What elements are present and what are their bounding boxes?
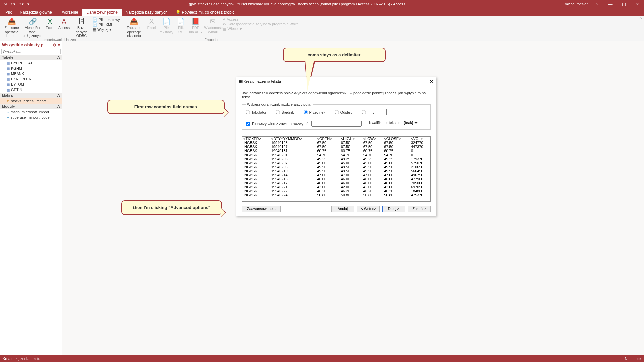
ribbon-tabs: Plik Narzędzia główne Tworzenie Dane zew… (0, 8, 644, 16)
saved-exports-icon: 📤 (124, 17, 144, 26)
other-delimiter-input[interactable] (378, 109, 387, 115)
import-access-button[interactable]: AAccess (58, 17, 70, 30)
collapse-ribbon-icon[interactable]: ᐱ (637, 16, 644, 20)
access-icon: A (223, 17, 225, 21)
preview-header-cell: <CLOSE> (383, 137, 410, 141)
tab-home[interactable]: Narzędzia główne (16, 9, 56, 16)
saved-exports-button[interactable]: 📤Zapisane operacje eksportu (124, 17, 144, 38)
undo-icon[interactable]: ↶▾ (10, 2, 15, 6)
excel-icon: X (44, 17, 56, 26)
preview-row: INGBSK1994022142.0042.0042.0042.00697050 (242, 185, 430, 189)
export-text-button: 📄Plik tekstowy (159, 17, 174, 34)
preview-row: INGBSK1994021049.5049.5049.5049.50566450 (242, 169, 430, 173)
preview-row: INGBSK1994021447.0047.0047.0047.00496750 (242, 173, 430, 177)
nav-module-item[interactable]: msdn_microsoft_import (0, 109, 62, 115)
delimiter-legend: Wybierz ogranicznik rozdzielający pola: (246, 102, 313, 106)
nav-category-modules[interactable]: Modułyᐱ (0, 104, 62, 109)
dialog-titlebar: ▦ Kreator łączenia tekstu ✕ (236, 77, 436, 86)
user-name: michal roesler (565, 2, 590, 6)
nav-table-item[interactable]: GETIN (0, 87, 62, 93)
chevron-up-icon: ᐱ (57, 93, 60, 98)
nav-table-item[interactable]: KGHM (0, 66, 62, 71)
radio-semicolon[interactable]: Średnik (276, 110, 294, 114)
linked-table-icon: 🔗 (23, 17, 42, 26)
callout-comma: coma stays as a delimiter. (283, 48, 386, 62)
nav-table-item[interactable]: BYTOM (0, 82, 62, 87)
first-row-text-input[interactable] (311, 121, 362, 127)
navigation-pane: Wszystkie obiekty p… ⊙ « Tabeleᐱ CYFRPLS… (0, 41, 62, 355)
dialog-title: Kreator łączenia tekstu (244, 79, 281, 83)
import-xml-file-button[interactable]: 📄Plik XML (93, 22, 120, 27)
odbc-icon: 🗄 (72, 17, 91, 26)
status-numlock: Num Lock (625, 357, 641, 361)
saved-imports-button[interactable]: 📥Zapisane operacje importu (2, 17, 21, 38)
xml-file-icon: 📄 (93, 22, 97, 27)
radio-other[interactable]: Inny: (362, 109, 387, 115)
linked-table-manager-button[interactable]: 🔗Menedżer tabel połączonych (23, 17, 42, 38)
export-access-button: AAccess (223, 17, 299, 21)
export-email-button: ✉Wiadomość e-mail (204, 17, 222, 34)
pdf-icon: 📕 (188, 17, 203, 26)
tab-create[interactable]: Tworzenie (56, 9, 83, 16)
next-button[interactable]: Dalej > (382, 206, 405, 212)
nav-module-item[interactable]: superuser_import_code (0, 115, 62, 120)
radio-comma[interactable]: Przecinek (304, 110, 325, 114)
preview-row: INGBSK1994021546.0046.0046.0046.00477960 (242, 177, 430, 181)
maximize-icon[interactable]: ▢ (617, 2, 631, 7)
nav-table-item[interactable]: CYFRPLSAT (0, 60, 62, 66)
nav-category-macros[interactable]: Makraᐱ (0, 93, 62, 98)
nav-collapse-icon[interactable]: « (58, 42, 60, 47)
nav-category-tables[interactable]: Tabeleᐱ (0, 55, 62, 60)
dialog-close-icon[interactable]: ✕ (430, 79, 433, 84)
data-preview[interactable]: <TICKER><DTYYYYMMDD><OPEN><HIGH><LOW><CL… (242, 136, 431, 202)
preview-header-cell: <VOL> (410, 137, 430, 141)
import-odbc-button[interactable]: 🗄Baza danych ODBC (72, 17, 91, 38)
nav-table-item[interactable]: PKNORLEN (0, 76, 62, 82)
import-more-button[interactable]: ▦Więcej ▾ (93, 27, 120, 32)
title-bar: 🖫 ↶▾ ↷▾ ▾ gpw_stocks : Baza danych- C:\U… (0, 0, 644, 8)
nav-dropdown-icon[interactable]: ⊙ (53, 42, 56, 47)
chevron-up-icon: ᐱ (57, 104, 60, 109)
text-qualifier-select[interactable]: {brak} (402, 120, 419, 125)
tell-me[interactable]: 💡Powiedz mi, co chcesz zrobić (172, 9, 239, 16)
advanced-button[interactable]: Zaawansowane... (242, 206, 281, 212)
export-word-merge-button: WKorespondencja seryjna w programie Word (223, 22, 299, 26)
text-link-wizard-dialog: ▦ Kreator łączenia tekstu ✕ Jaki ogranic… (236, 77, 436, 216)
preview-header-cell: <LOW> (362, 137, 383, 141)
radio-tab[interactable]: Tabulator (246, 110, 266, 114)
save-icon[interactable]: 🖫 (3, 2, 7, 6)
nav-header[interactable]: Wszystkie obiekty p… ⊙ « (0, 41, 62, 49)
preview-row: INGBSK1994022246.2046.2046.2046.20184860 (242, 189, 430, 193)
import-excel-button[interactable]: XExcel (44, 17, 56, 30)
window-title: gpw_stocks : Baza danych- C:\Users\micha… (29, 2, 565, 6)
nav-search-input[interactable] (1, 49, 61, 54)
text-file-icon: 📄 (93, 17, 97, 22)
tab-file[interactable]: Plik (1, 9, 16, 16)
first-row-checkbox[interactable] (246, 122, 250, 126)
export-more-button: ▦Więcej ▾ (223, 27, 299, 31)
first-row-label: Pierwszy wiersz zawiera nazwy pól (252, 122, 309, 126)
back-button[interactable]: < Wstecz (357, 206, 380, 212)
finish-button[interactable]: Zakończ (408, 206, 431, 212)
close-icon[interactable]: ✕ (631, 2, 644, 7)
chevron-up-icon: ᐱ (57, 55, 60, 60)
redo-icon[interactable]: ↷▾ (19, 2, 24, 6)
preview-header-cell: <TICKER> (242, 137, 270, 141)
preview-row: INGBSK1994013160.7560.7560.7560.750 (242, 149, 430, 153)
minimize-icon[interactable]: ― (604, 2, 617, 7)
tab-database-tools[interactable]: Narzędzia bazy danych (122, 9, 172, 16)
access-icon: A (58, 17, 70, 26)
excel-icon: X (145, 17, 158, 26)
status-left: Kreator łączenia tekstu (3, 357, 40, 361)
help-icon[interactable]: ? (590, 2, 604, 7)
preview-row: INGBSK1994021746.0046.0046.0046.00705000 (242, 181, 430, 185)
radio-space[interactable]: Odstęp (335, 110, 352, 114)
import-text-file-button[interactable]: 📄Plik tekstowy (93, 17, 120, 22)
cancel-button[interactable]: Anuluj (331, 206, 354, 212)
nav-table-item[interactable]: MBANK (0, 71, 62, 76)
more-icon: ▦ (93, 27, 96, 32)
tab-external-data[interactable]: Dane zewnętrzne (82, 9, 121, 16)
nav-macro-item[interactable]: stocks_prices_import (0, 98, 62, 104)
preview-row: INGBSK1994020849.5049.5049.5049.50210650 (242, 165, 430, 169)
nav-search[interactable] (1, 49, 61, 54)
